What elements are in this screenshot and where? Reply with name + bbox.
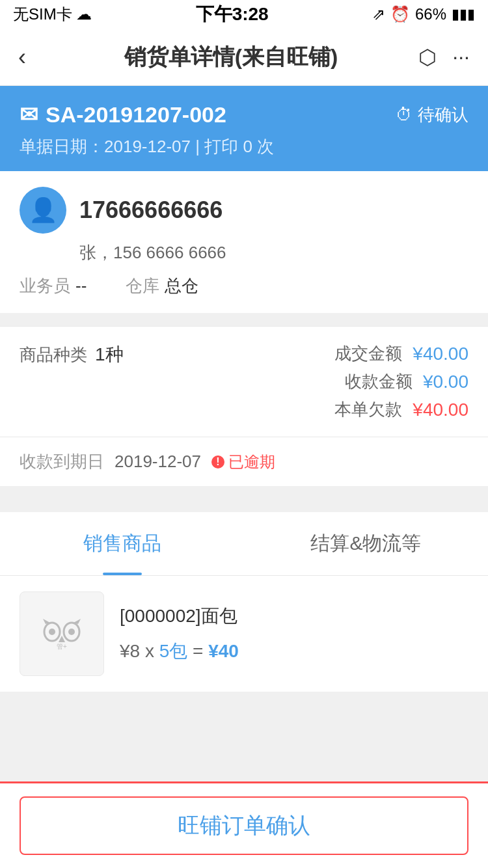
product-logo: 管+ [39,617,85,650]
due-date: 2019-12-07 [115,452,201,472]
overdue-text: 已逾期 [228,452,275,472]
alarm-icon: ⏰ [390,5,410,23]
amount-stats: 成交金额 ¥40.00 收款金额 ¥0.00 本单欠款 ¥40.00 [334,342,468,421]
tab-sales-products-label: 销售商品 [83,532,161,554]
received-value: ¥0.00 [423,372,468,392]
overdue-badge: ! 已逾期 [211,452,275,472]
salesperson-info: 业务员 -- [20,275,87,297]
order-status: ⏱ 待确认 [396,103,468,126]
owed-row: 本单欠款 ¥40.00 [334,398,468,421]
status-text: 待确认 [418,103,468,126]
overdue-icon: ! [211,455,224,468]
salesperson-label: 业务员 [20,275,70,297]
customer-name: 张，156 6666 6666 [20,241,468,264]
product-name: [0000002]面包 [120,604,468,629]
price-equals: = [193,641,208,661]
customer-avatar: 👤 [20,187,66,234]
order-id-text: SA-20191207-002 [46,102,226,128]
received-row: 收款金额 ¥0.00 [345,370,468,393]
tabs: 销售商品 结算&物流等 [0,512,488,576]
status-left: 无SIM卡 ☁ [13,4,92,25]
amount-label: 成交金额 [334,342,402,365]
price-multiply: x [145,641,159,661]
amount-row: 成交金额 ¥40.00 [334,342,468,365]
received-label: 收款金额 [345,370,413,393]
stats-section: 商品种类 1种 成交金额 ¥40.00 收款金额 ¥0.00 本单欠款 ¥40.… [0,327,488,437]
battery-icon: ▮▮▮ [452,6,475,23]
warehouse-label: 仓库 [126,275,159,297]
confirm-button[interactable]: 旺铺订单确认 [20,796,468,855]
location-icon: ⇗ [372,5,385,23]
due-section: 收款到期日 2019-12-07 ! 已逾期 [0,437,488,486]
nav-actions: ⬡ ··· [405,45,470,70]
clock-icon: ⏱ [396,105,413,125]
product-section: 管+ [0000002]面包 ¥8 x 5包 = ¥40 [0,576,488,692]
product-info: [0000002]面包 ¥8 x 5包 = ¥40 [120,604,468,664]
amount-value: ¥40.00 [413,344,468,364]
bottom-bar: 旺铺订单确认 [0,781,488,868]
due-label: 收款到期日 [20,450,104,473]
warehouse-value: 总仓 [165,275,198,297]
tab-settlement-label: 结算&物流等 [310,532,421,554]
status-bar: 无SIM卡 ☁ 下午3:28 ⇗ ⏰ 66% ▮▮▮ [0,0,488,29]
order-id: ✉ SA-20191207-002 [20,102,226,128]
avatar-icon: 👤 [29,197,58,224]
product-price: ¥8 x 5包 = ¥40 [120,639,468,664]
owed-label: 本单欠款 [334,398,402,421]
tab-settlement[interactable]: 结算&物流等 [244,512,488,575]
tab-sales-products[interactable]: 销售商品 [0,512,244,575]
type-value: 1种 [95,342,124,367]
status-time: 下午3:28 [196,2,269,27]
product-thumbnail: 管+ [20,591,104,676]
price-qty: 5包 [159,641,188,661]
confirm-button-label: 旺铺订单确认 [178,811,310,841]
svg-point-3 [68,629,75,635]
price-total: ¥40 [208,641,239,661]
sim-status: 无SIM卡 ☁ [13,4,92,25]
price-value: ¥8 [120,641,140,661]
order-header: ✉ SA-20191207-002 ⏱ 待确认 单据日期：2019-12-07 … [0,86,488,171]
customer-phone: 17666666666 [79,197,223,224]
nav-bar: ‹ 销货单详情(来自旺铺) ⬡ ··· [0,29,488,86]
order-date: 单据日期：2019-12-07 | 打印 0 次 [20,135,468,158]
back-button[interactable]: ‹ [18,44,57,71]
order-icon: ✉ [20,102,38,128]
svg-point-2 [49,629,55,635]
battery-status: 66% [415,5,446,23]
warehouse-info: 仓库 总仓 [126,275,198,297]
svg-text:管+: 管+ [57,643,67,650]
status-right: ⇗ ⏰ 66% ▮▮▮ [372,5,475,23]
share-icon[interactable]: ⬡ [418,45,437,70]
owed-value: ¥40.00 [413,400,468,420]
product-type: 商品种类 1种 [20,342,334,367]
type-label: 商品种类 [20,344,87,366]
customer-section: 👤 17666666666 张，156 6666 6666 业务员 -- 仓库 … [0,171,488,313]
page-title: 销货单详情(来自旺铺) [57,42,405,72]
salesperson-value: -- [75,276,87,296]
more-icon[interactable]: ··· [452,45,470,69]
